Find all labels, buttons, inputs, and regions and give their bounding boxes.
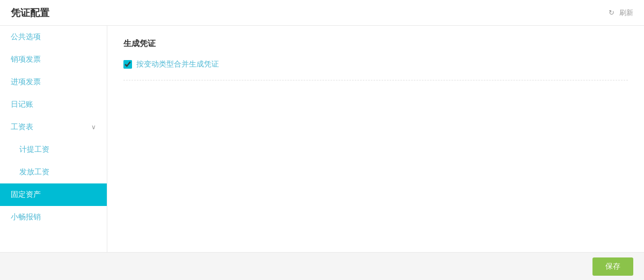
- sidebar-item-journal[interactable]: 日记账: [0, 93, 107, 116]
- chevron-down-icon: ∨: [91, 123, 96, 131]
- sidebar-item-label: 进项发票: [11, 77, 41, 87]
- sidebar-item-payroll[interactable]: 工资表 ∨: [0, 116, 107, 138]
- merge-by-type-checkbox[interactable]: [123, 60, 132, 69]
- refresh-button[interactable]: ↻ 刷新: [609, 8, 633, 18]
- sidebar-item-label: 小畅报销: [11, 212, 41, 222]
- main-content: 公共选项 销项发票 进项发票 日记账 工资表 ∨ 计提工资 发放工资: [0, 26, 644, 252]
- sidebar-item-expense-report[interactable]: 小畅报销: [0, 206, 107, 229]
- sidebar-item-label: 销项发票: [11, 55, 41, 64]
- sidebar-item-pay-payroll[interactable]: 发放工资: [0, 161, 107, 183]
- header: 凭证配置 ↻ 刷新: [0, 0, 644, 26]
- sidebar-item-label: 发放工资: [19, 167, 49, 177]
- footer: 保存: [0, 252, 644, 280]
- sidebar-item-calc-payroll[interactable]: 计提工资: [0, 138, 107, 161]
- sidebar-item-label: 工资表: [11, 122, 33, 132]
- refresh-icon: ↻: [609, 9, 617, 17]
- refresh-label: 刷新: [619, 8, 633, 18]
- sidebar-item-fixed-assets[interactable]: 固定资产: [0, 183, 107, 206]
- sidebar: 公共选项 销项发票 进项发票 日记账 工资表 ∨ 计提工资 发放工资: [0, 26, 107, 252]
- content-area: 生成凭证 按变动类型合并生成凭证: [107, 26, 644, 252]
- sidebar-item-label: 公共选项: [11, 32, 41, 42]
- checkbox-row: 按变动类型合并生成凭证: [123, 60, 628, 69]
- sidebar-item-sales-invoice[interactable]: 销项发票: [0, 48, 107, 71]
- section-divider: [123, 80, 628, 80]
- page-title: 凭证配置: [11, 6, 49, 19]
- sidebar-item-label: 计提工资: [19, 145, 49, 154]
- sidebar-item-public-options[interactable]: 公共选项: [0, 26, 107, 48]
- section-title: 生成凭证: [123, 39, 628, 49]
- sidebar-item-label: 日记账: [11, 100, 33, 109]
- checkbox-label[interactable]: 按变动类型合并生成凭证: [136, 60, 219, 69]
- sidebar-item-purchase-invoice[interactable]: 进项发票: [0, 71, 107, 93]
- save-button[interactable]: 保存: [592, 257, 633, 276]
- sidebar-item-label: 固定资产: [11, 190, 41, 200]
